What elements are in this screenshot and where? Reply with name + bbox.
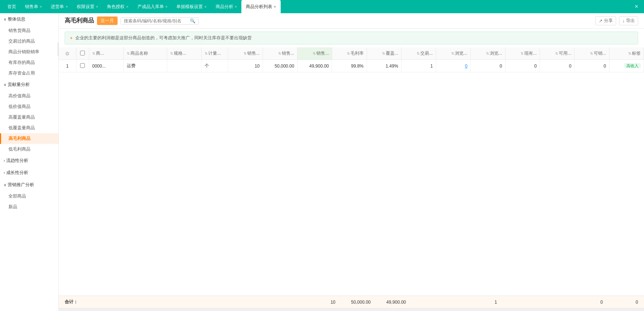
close-product-inbound[interactable]: × xyxy=(165,4,168,9)
sidebar-item-traded-goods[interactable]: 交易过的商品 xyxy=(0,36,58,47)
share-button[interactable]: ↗ 分享 xyxy=(596,16,616,25)
sidebar-section-marketing[interactable]: ∨ 营销推广分析 xyxy=(0,179,58,191)
footer-stock-current: 0 xyxy=(573,300,603,305)
sidebar-section-growth[interactable]: › 成长性分析 xyxy=(0,167,58,179)
col-header-sales-qty[interactable]: ⇅销售... xyxy=(228,47,263,60)
col-header-sales-amount[interactable]: ⇅销售... xyxy=(263,47,297,60)
sidebar-item-stock-capital[interactable]: 库存资金占用 xyxy=(0,68,58,79)
footer-sales-amount: 50,000.00 xyxy=(341,300,371,305)
sidebar-section-flow[interactable]: › 流趋性分析 xyxy=(0,155,58,167)
cell-transaction: 1 xyxy=(401,60,436,72)
nav-template-settings[interactable]: 单据模板设置 × xyxy=(172,0,211,13)
footer-stock-available: 0 xyxy=(609,300,638,305)
cell-tag: 高收入 xyxy=(609,60,644,72)
view1-link[interactable]: 0 xyxy=(465,64,468,69)
cell-view1[interactable]: 0 xyxy=(436,60,471,72)
section-arrow-growth: › xyxy=(4,171,5,175)
tag-high-income-badge: 高收入 xyxy=(624,63,641,68)
col-header-spec[interactable]: ⇅规格... xyxy=(167,47,202,60)
export-icon: ↓ xyxy=(622,18,625,23)
section-label-flow: 流趋性分析 xyxy=(6,158,28,164)
select-all-checkbox[interactable] xyxy=(80,51,85,55)
close-purchase-order[interactable]: × xyxy=(65,4,68,9)
nav-product-analysis-list[interactable]: 商品分析列表 × xyxy=(241,0,280,13)
col-header-sales-profit[interactable]: ⇅销售... xyxy=(297,47,332,60)
cell-stock-saleable: 0 xyxy=(575,60,609,72)
table-header-row: ⚙ ⇅商... ⇅商品名称 ⇅规格... xyxy=(59,47,644,60)
cell-stock-current: 0 xyxy=(505,60,540,72)
sidebar-item-low-margin[interactable]: 低毛利商品 xyxy=(0,144,58,155)
col-header-check[interactable] xyxy=(76,47,89,60)
cell-view2: 0 xyxy=(471,60,505,72)
col-header-transaction[interactable]: ⇅交易... xyxy=(401,47,436,60)
bulb-icon: ✦ xyxy=(69,36,73,41)
table-row: 1 0000... 运费 个 10 50,000.00 49,900.00 99… xyxy=(59,60,644,72)
top-navigation: 首页 销售单 × 进货单 × 权限设置 × 角色授权 × 产成品入库单 × 单据… xyxy=(0,0,644,13)
col-header-tag[interactable]: ⇅标签 xyxy=(609,47,644,60)
nav-product-inbound[interactable]: 产成品入库单 × xyxy=(133,0,172,13)
footer-sales-profit: 49,900.00 xyxy=(377,300,406,305)
content-area: 高毛利商品 近一月 🔍 ↗ 分享 ↓ 导出 ✦ 企业的主要的利润都是这部分商品创… xyxy=(59,13,644,311)
sidebar-item-high-margin[interactable]: 高毛利商品 xyxy=(0,133,58,144)
col-header-code[interactable]: ⇅商... xyxy=(89,47,124,60)
cell-stock-available: 0 xyxy=(540,60,575,72)
nav-product-analysis[interactable]: 商品分析 × xyxy=(211,0,241,13)
col-header-unit[interactable]: ⇅计量... xyxy=(202,47,228,60)
close-template-settings[interactable]: × xyxy=(204,4,206,9)
time-filter-button[interactable]: 近一月 xyxy=(97,17,118,25)
page-title: 高毛利商品 xyxy=(65,17,94,25)
nav-permission-settings[interactable]: 权限设置 × xyxy=(72,0,102,13)
close-permission-settings[interactable]: × xyxy=(96,4,98,9)
section-arrow-marketing: ∨ xyxy=(4,183,6,187)
nav-purchase-order[interactable]: 进货单 × xyxy=(46,0,72,13)
footer-sales-qty: 10 xyxy=(313,300,335,305)
col-header-view1[interactable]: ⇅浏览... xyxy=(436,47,471,60)
search-icon[interactable]: 🔍 xyxy=(190,18,195,23)
col-header-gross-rate[interactable]: ⇅毛利率 xyxy=(332,47,367,60)
main-layout: « ∨ 整体信息 销售货商品 交易过的商品 商品分销助销率 有库存的商品 库存资… xyxy=(0,13,644,311)
footer-label: 合计： xyxy=(65,299,78,305)
bottom-scrollbar[interactable] xyxy=(59,308,644,311)
sidebar-item-stocked-goods[interactable]: 有库存的商品 xyxy=(0,57,58,68)
section-label-contribution: 贡献量分析 xyxy=(8,82,30,88)
nav-home[interactable]: 首页 xyxy=(3,0,21,13)
cell-name: 运费 xyxy=(124,60,167,72)
close-sales-order[interactable]: × xyxy=(40,4,42,9)
sidebar-section-overall[interactable]: ∨ 整体信息 xyxy=(0,13,58,25)
nav-role-auth[interactable]: 角色授权 × xyxy=(102,0,133,13)
close-role-auth[interactable]: × xyxy=(126,4,128,9)
nav-sales-order[interactable]: 销售单 × xyxy=(21,0,46,13)
cell-coverage: 1.49% xyxy=(367,60,401,72)
col-header-stock-saleable[interactable]: ⇅可销... xyxy=(575,47,609,60)
table-footer: 合计： 10 50,000.00 49,900.00 1 0 0 xyxy=(59,296,644,308)
section-label-marketing: 营销推广分析 xyxy=(8,182,34,188)
sidebar-item-new-goods[interactable]: 新品 xyxy=(0,202,58,212)
data-table-container[interactable]: ⚙ ⇅商... ⇅商品名称 ⇅规格... xyxy=(59,47,644,296)
search-input[interactable] xyxy=(124,18,190,23)
row-checkbox[interactable] xyxy=(80,63,85,68)
sidebar-item-sales-goods[interactable]: 销售货商品 xyxy=(0,25,58,36)
section-arrow-overall: ∨ xyxy=(4,17,6,21)
share-icon: ↗ xyxy=(599,18,602,23)
sidebar-item-high-coverage[interactable]: 高覆盖量商品 xyxy=(0,112,58,123)
sidebar-item-all-goods[interactable]: 全部商品 xyxy=(0,191,58,202)
col-header-view2[interactable]: ⇅浏览... xyxy=(471,47,505,60)
sidebar-item-distribution-rate[interactable]: 商品分销助销率 xyxy=(0,47,58,57)
col-header-name[interactable]: ⇅商品名称 xyxy=(124,47,167,60)
close-window-button[interactable]: × xyxy=(632,3,641,10)
info-banner: ✦ 企业的主要的利润都是这部分商品创造的，可考虑加大推广，同时关注库存是不要出现… xyxy=(65,32,638,44)
cell-check[interactable] xyxy=(76,60,89,72)
cell-spec xyxy=(167,60,202,72)
col-header-stock-available[interactable]: ⇅可用... xyxy=(540,47,575,60)
sidebar-item-low-value[interactable]: 低价值商品 xyxy=(0,101,58,112)
cell-seq: 1 xyxy=(59,60,76,72)
close-product-analysis[interactable]: × xyxy=(235,4,237,9)
sidebar-section-contribution[interactable]: ∨ 贡献量分析 xyxy=(0,79,58,91)
sidebar-item-high-value[interactable]: 高价值商品 xyxy=(0,91,58,101)
close-product-analysis-list[interactable]: × xyxy=(274,4,276,9)
col-header-stock-current[interactable]: ⇅现有... xyxy=(505,47,540,60)
info-banner-text: 企业的主要的利润都是这部分商品创造的，可考虑加大推广，同时关注库存是不要出现缺货 xyxy=(75,35,252,41)
export-button[interactable]: ↓ 导出 xyxy=(619,16,638,25)
sidebar-item-low-coverage[interactable]: 低覆盖量商品 xyxy=(0,123,58,133)
col-header-coverage[interactable]: ⇅覆盖... xyxy=(367,47,401,60)
